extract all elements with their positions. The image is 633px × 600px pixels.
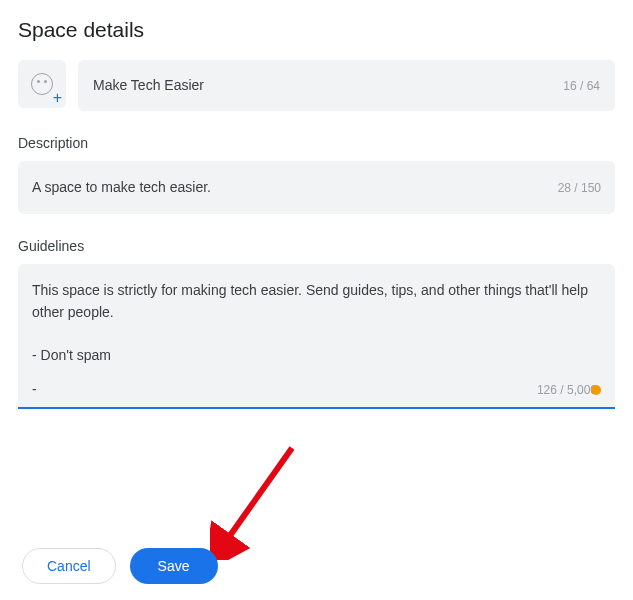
page-title: Space details — [18, 18, 615, 42]
save-button[interactable]: Save — [130, 548, 218, 584]
plus-icon: + — [53, 90, 62, 106]
cancel-button[interactable]: Cancel — [22, 548, 116, 584]
emoji-picker-button[interactable]: + — [18, 60, 66, 108]
description-input[interactable]: A space to make tech easier. 28 / 150 — [18, 161, 615, 214]
svg-line-1 — [224, 448, 292, 544]
space-name-char-count: 16 / 64 — [563, 79, 600, 93]
smiley-icon — [31, 73, 53, 95]
name-row: + Make Tech Easier 16 / 64 — [18, 60, 615, 111]
space-name-value: Make Tech Easier — [93, 75, 555, 96]
guidelines-cursor-line: - — [32, 381, 37, 397]
space-name-input[interactable]: Make Tech Easier 16 / 64 — [78, 60, 615, 111]
description-value: A space to make tech easier. — [32, 177, 550, 198]
guidelines-char-count: 126 / 5,000 — [537, 383, 597, 397]
description-char-count: 28 / 150 — [558, 181, 601, 195]
guidelines-label: Guidelines — [18, 238, 615, 254]
annotation-arrow-icon — [210, 440, 300, 560]
cursor-indicator-icon — [591, 385, 601, 395]
button-bar: Cancel Save — [22, 548, 218, 584]
guidelines-value: This space is strictly for making tech e… — [32, 280, 601, 367]
description-label: Description — [18, 135, 615, 151]
guidelines-input[interactable]: This space is strictly for making tech e… — [18, 264, 615, 409]
